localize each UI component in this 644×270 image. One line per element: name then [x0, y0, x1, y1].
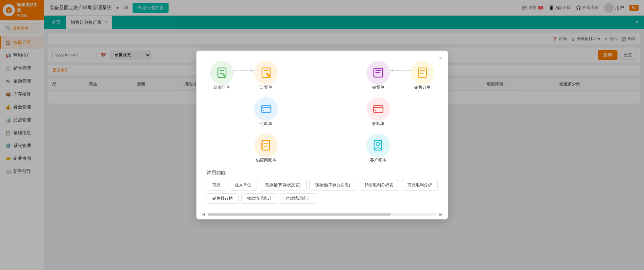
- svg-point-19: [263, 110, 264, 111]
- flow-item-supplier-ledger[interactable]: 供应商账本: [254, 133, 278, 163]
- svg-rect-24: [261, 141, 263, 149]
- function-buttons: 商品 往来单位 现存量(库存状况表) 现存量(库存分布表) 销售毛利分析表 商品…: [207, 180, 438, 204]
- fn-btn-payment-stats[interactable]: 付款情况统计: [280, 193, 316, 204]
- common-functions-section: 常用功能 商品 往来单位 现存量(库存状况表) 现存量(库存分布表) 销售毛利分…: [196, 170, 448, 211]
- svg-rect-17: [261, 106, 271, 112]
- purchase-order-label: 进货订单: [214, 85, 230, 90]
- svg-point-29: [376, 142, 380, 146]
- arrow-h-1: ▶: [234, 61, 254, 72]
- payment-circle: [254, 97, 278, 121]
- sales-order-label: 销售订单: [414, 85, 431, 90]
- svg-rect-20: [373, 106, 383, 112]
- common-functions-title: 常用功能: [207, 170, 438, 176]
- modal-close-button[interactable]: ×: [439, 55, 442, 62]
- payment-label: 付款单: [260, 121, 272, 127]
- purchase-bill-circle: [254, 61, 278, 85]
- arrow-h-2: ◀: [390, 61, 411, 72]
- fn-btn-sales-rank[interactable]: 销售排行榜: [207, 193, 239, 204]
- flow-item-purchase-bill[interactable]: 进货单: [254, 61, 278, 90]
- scroll-left-icon[interactable]: ◀: [202, 212, 205, 217]
- flow-item-receipt[interactable]: 收款单: [366, 97, 390, 127]
- flow-item-purchase-order[interactable]: 进货订单: [210, 61, 234, 90]
- flow-diagram-section: 进货订单 ▶ 进货单: [196, 51, 448, 170]
- sales-bill-label: 销货单: [372, 85, 384, 90]
- fn-btn-sales-gross[interactable]: 销售毛利分析表: [359, 180, 399, 191]
- customer-ledger-label: 客户账本: [370, 157, 386, 163]
- flow-item-customer-ledger[interactable]: 客户账本: [366, 133, 390, 163]
- customer-ledger-circle: [366, 133, 390, 157]
- scroll-right-icon[interactable]: ▶: [439, 212, 442, 217]
- modal-scrollbar: ◀ ▶: [196, 211, 448, 219]
- fn-btn-partner[interactable]: 往来单位: [229, 180, 257, 191]
- purchase-bill-label: 进货单: [260, 85, 272, 90]
- sales-bill-circle: [366, 61, 390, 85]
- svg-rect-13: [418, 68, 427, 77]
- fn-btn-product[interactable]: 商品: [207, 180, 226, 191]
- receipt-circle: [366, 97, 390, 121]
- receipt-label: 收款单: [372, 121, 384, 127]
- modal-overlay[interactable]: × 进货订单 ▶: [0, 0, 644, 270]
- fn-btn-receipt-stats[interactable]: 收款情况统计: [241, 193, 277, 204]
- fn-btn-stock-status[interactable]: 现存量(库存状况表): [260, 180, 307, 191]
- svg-point-22: [375, 110, 376, 111]
- svg-rect-23: [262, 141, 269, 150]
- supplier-ledger-circle: [254, 133, 278, 157]
- flow-item-sales-bill[interactable]: 销货单: [366, 61, 390, 90]
- fn-btn-product-gross[interactable]: 商品毛利分析: [402, 180, 438, 191]
- flow-item-sales-order[interactable]: 销售订单: [411, 61, 434, 90]
- fn-btn-stock-dist[interactable]: 现存量(库存分布表): [309, 180, 356, 191]
- flow-item-payment[interactable]: 付款单: [254, 97, 278, 127]
- purchase-order-circle: [210, 61, 234, 85]
- sales-order-circle: [411, 61, 434, 85]
- flow-modal: × 进货订单 ▶: [196, 51, 448, 219]
- scrollbar-thumb[interactable]: [208, 213, 391, 216]
- supplier-ledger-label: 供应商账本: [256, 157, 276, 163]
